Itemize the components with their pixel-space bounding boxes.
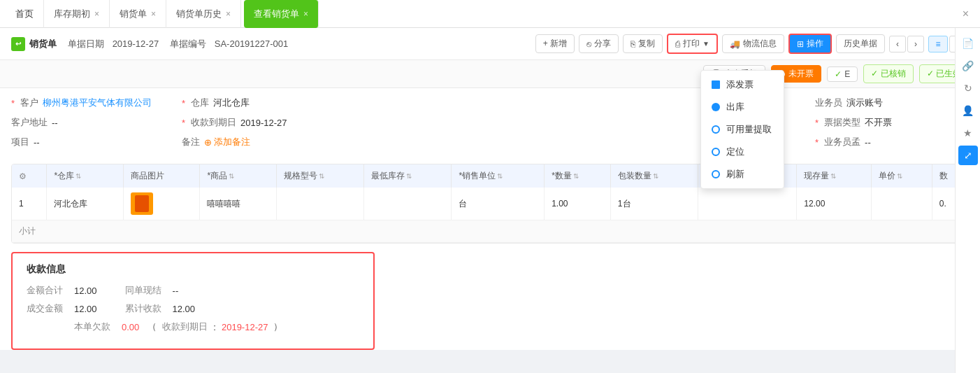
th-gear[interactable]: ⚙ xyxy=(12,164,47,188)
print-icon: ⎙ xyxy=(675,39,680,49)
copy-btn[interactable]: ⎘ 复制 xyxy=(623,34,663,53)
doc-title-section: ↩ 销货单 xyxy=(11,37,57,51)
table-header-row: ⚙ *仓库⇅ 商品图片 *商品⇅ 规格型号⇅ 最低库存⇅ *销售单位⇅ *数量⇅… xyxy=(12,164,968,188)
th-spec[interactable]: 规格型号⇅ xyxy=(276,164,363,188)
sort-icon-stock[interactable]: ⇅ xyxy=(830,172,836,180)
same-order-label: 同单现结 xyxy=(125,284,167,297)
dropdown-item-refresh[interactable]: 刷新 xyxy=(701,163,784,185)
tab-view-sales-close[interactable]: × xyxy=(303,9,308,19)
tab-sales-history-close[interactable]: × xyxy=(226,9,231,19)
sort-icon-min-stock[interactable]: ⇅ xyxy=(406,172,412,180)
tab-home[interactable]: 首页 xyxy=(6,0,44,28)
tab-view-sales[interactable]: 查看销货单 × xyxy=(244,0,319,28)
history-btn[interactable]: 历史单据 xyxy=(836,34,885,53)
dropdown-available-label: 可用量提取 xyxy=(726,123,772,136)
invoice-icon xyxy=(711,80,721,90)
sort-icon-unit[interactable]: ⇅ xyxy=(497,172,503,180)
share-btn[interactable]: ⎋ 分享 xyxy=(579,34,619,53)
tab-bar: 首页 库存期初 × 销货单 × 销货单历史 × 查看销货单 × × xyxy=(0,0,980,28)
dropdown-item-outbound[interactable]: 出库 xyxy=(701,96,784,118)
grid-icon: ⊞ xyxy=(797,39,804,49)
th-price[interactable]: 单价⇅ xyxy=(871,164,932,188)
cell-product: 嘻嘻嘻嘻 xyxy=(200,188,276,220)
window-close-btn[interactable]: × xyxy=(957,5,974,22)
dropdown-item-available[interactable]: 可用量提取 xyxy=(701,118,784,141)
cell-spec xyxy=(276,188,363,220)
payment-date-required: * xyxy=(182,118,185,128)
th-stock[interactable]: 现存量⇅ xyxy=(797,164,871,188)
sort-icon-qty[interactable]: ⇅ xyxy=(573,172,579,180)
sidebar-icon-doc[interactable]: 📄 xyxy=(958,34,978,53)
ticket-field: * 票据类型 不开票 xyxy=(815,116,969,129)
prev-btn[interactable]: ‹ xyxy=(889,36,906,52)
list-view-btn[interactable]: ≡ xyxy=(928,36,948,52)
dropdown-invoice-label: 添发票 xyxy=(726,78,754,91)
tab-sales-history[interactable]: 销货单历史 × xyxy=(166,0,241,28)
sidebar-icon-refresh[interactable]: ↻ xyxy=(958,78,978,98)
sort-icon-warehouse[interactable]: ⇅ xyxy=(75,172,81,180)
ticket-label: 票据类型 xyxy=(824,116,860,129)
note-label: 备注 xyxy=(182,136,200,148)
accumulated-label: 累计收款 xyxy=(125,302,167,315)
warehouse-field: * 仓库 河北仓库 xyxy=(182,97,336,109)
new-btn[interactable]: + 新增 xyxy=(535,34,575,53)
cancelled-status-btn[interactable]: ✓ 已核销 xyxy=(863,64,913,83)
form-row-3: 项目 -- 备注 ⊕ 添加备注 * 业务员孟 -- xyxy=(11,136,969,148)
th-unit[interactable]: *销售单位⇅ xyxy=(452,164,545,188)
project-label: 项目 xyxy=(11,136,29,148)
business-required: * xyxy=(815,137,819,148)
amount-value: 12.00 xyxy=(74,286,97,296)
sidebar-icon-star[interactable]: ★ xyxy=(958,123,978,143)
print-btn[interactable]: ⎙ 打印 ▼ xyxy=(667,34,718,54)
truck-icon: 🚚 xyxy=(730,39,740,49)
tab-inventory-init-close[interactable]: × xyxy=(94,9,99,19)
payment-date-field: * 收款到期日 2019-12-27 xyxy=(182,116,336,129)
th-warehouse[interactable]: *仓库⇅ xyxy=(47,164,123,188)
sort-icon-spec[interactable]: ⇅ xyxy=(319,172,324,180)
dropdown-item-invoice[interactable]: 添发票 xyxy=(701,73,784,96)
customer-value[interactable]: 柳州粤港平安气体有限公司 xyxy=(43,97,152,109)
business-label: 业务员孟 xyxy=(824,136,860,148)
sidebar-icon-link[interactable]: 🔗 xyxy=(958,56,978,76)
customer-required: * xyxy=(11,98,15,108)
tab-inventory-init[interactable]: 库存期初 × xyxy=(44,0,110,28)
form-row-2: 客户地址 -- * 收款到期日 2019-12-27 * 票据类型 不开票 xyxy=(11,116,969,129)
business-field: * 业务员孟 -- xyxy=(815,136,969,148)
sort-icon-product[interactable]: ⇅ xyxy=(229,172,234,180)
gear-icon[interactable]: ⚙ xyxy=(19,171,27,181)
doc-header: ↩ 销货单 单据日期 2019-12-27 单据编号 SA-20191227-0… xyxy=(0,28,980,60)
cell-min-stock xyxy=(364,188,452,220)
payment-date-value: 2019-12-27 xyxy=(240,118,287,128)
operate-btn[interactable]: ⊞ 操作 xyxy=(788,34,832,54)
dropdown-outbound-label: 出库 xyxy=(726,101,744,113)
th-qty[interactable]: *数量⇅ xyxy=(545,164,611,188)
customer-label: 客户 xyxy=(20,97,38,109)
print-dropdown-arrow[interactable]: ▼ xyxy=(702,40,709,48)
dropdown-refresh-label: 刷新 xyxy=(726,168,744,181)
logistics-btn[interactable]: 🚚 物流信息 xyxy=(722,34,784,53)
cell-pack: 1台 xyxy=(610,188,698,220)
confirm-btn[interactable]: ✓ E xyxy=(827,66,858,82)
warehouse-value: 河北仓库 xyxy=(213,97,250,109)
th-product[interactable]: *商品⇅ xyxy=(200,164,276,188)
tab-sales-order-close[interactable]: × xyxy=(151,9,156,19)
next-btn[interactable]: › xyxy=(907,36,924,52)
dropdown-menu: 添发票 出库 可用量提取 定位 刷新 xyxy=(700,70,784,189)
subtotal-cell: 小计 xyxy=(12,220,968,243)
th-pack[interactable]: 包装数量⇅ xyxy=(610,164,698,188)
cell-warehouse: 河北仓库 xyxy=(47,188,123,220)
doc-title-text: 销货单 xyxy=(29,38,57,50)
ticket-required: * xyxy=(815,118,819,128)
business-value: -- xyxy=(865,137,871,148)
sort-icon-price[interactable]: ⇅ xyxy=(897,172,902,180)
sidebar-icon-expand[interactable]: ⤢ xyxy=(958,146,978,165)
add-note-btn[interactable]: ⊕ 添加备注 xyxy=(204,136,250,148)
project-value: -- xyxy=(34,137,40,148)
tab-bar-right: × xyxy=(957,8,974,20)
amount-label: 金额合计 xyxy=(27,284,69,297)
sort-icon-pack[interactable]: ⇅ xyxy=(653,172,658,180)
tab-sales-order[interactable]: 销货单 × xyxy=(110,0,166,28)
sidebar-icon-user[interactable]: 👤 xyxy=(958,101,978,120)
dropdown-item-locate[interactable]: 定位 xyxy=(701,141,784,163)
th-min-stock[interactable]: 最低库存⇅ xyxy=(364,164,452,188)
